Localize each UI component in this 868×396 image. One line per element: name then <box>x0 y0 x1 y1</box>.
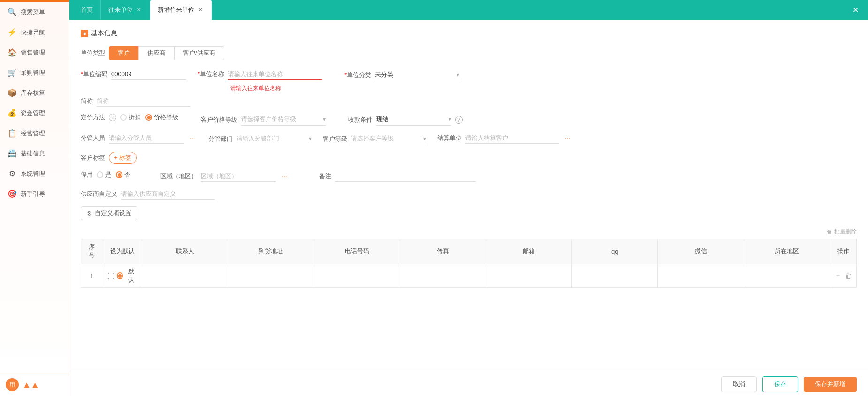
tab-partners-close[interactable]: ✕ <box>136 6 142 14</box>
region-cell-input[interactable] <box>749 272 825 280</box>
unit-category-select[interactable]: 未分类 ▾ <box>375 69 459 81</box>
region-more-button[interactable]: ··· <box>280 171 289 181</box>
address-input[interactable] <box>233 272 309 280</box>
sidebar-item-operations[interactable]: 📋 经营管理 <box>0 123 69 143</box>
manager-more-button[interactable]: ··· <box>188 133 197 143</box>
tab-partners[interactable]: 往来单位 ✕ <box>101 0 150 20</box>
help-icon[interactable]: ? <box>109 114 116 121</box>
department-select[interactable]: 请输入分管部门 ▾ <box>236 132 312 145</box>
supplier-custom-label: 供应商自定义 <box>81 190 117 198</box>
cell-qq[interactable] <box>572 264 658 288</box>
radio-grade-dot <box>145 114 152 121</box>
unit-category-label: *单位分类 <box>344 71 371 79</box>
contact-table: 序号 设为默认 联系人 到货地址 电话号码 传真 邮箱 qq 微信 所在地区 操… <box>81 239 857 288</box>
customer-price-level-group: 客户价格等级 请选择客户价格等级 ▾ <box>201 113 326 126</box>
radio-grade[interactable]: 价格等级 <box>145 113 178 122</box>
tab-home[interactable]: 首页 <box>73 0 101 20</box>
sidebar-item-sales[interactable]: 🏠 销售管理 <box>0 42 69 62</box>
type-btn-supplier[interactable]: 供应商 <box>138 46 174 60</box>
phone-input[interactable] <box>319 272 395 280</box>
payment-terms-select[interactable]: 现结 ▾ <box>376 113 451 126</box>
sidebar-item-system[interactable]: ⚙ 系统管理 <box>0 163 69 184</box>
unit-type-group: 单位类型 客户 供应商 客户/供应商 <box>81 46 224 60</box>
radio-discount[interactable]: 折扣 <box>120 113 141 122</box>
cell-fax[interactable] <box>400 264 486 288</box>
fax-input[interactable] <box>405 272 481 280</box>
col-wechat: 微信 <box>658 239 744 264</box>
cell-region[interactable] <box>744 264 830 288</box>
pricing-method-group: 定价方法 ? 折扣 价格等级 <box>81 113 178 122</box>
radio-yes[interactable]: 是 <box>97 171 111 179</box>
qq-input[interactable] <box>577 272 653 280</box>
row-default-radio[interactable]: 默认 <box>117 267 137 284</box>
cell-contact[interactable] <box>142 264 228 288</box>
cell-address[interactable] <box>228 264 314 288</box>
add-row-button[interactable]: ＋ <box>835 272 841 280</box>
tab-new-partner[interactable]: 新增往来单位 ✕ <box>150 0 212 20</box>
disable-label: 停用 <box>81 171 93 179</box>
payment-help-icon[interactable]: ? <box>455 116 463 124</box>
sidebar-item-quicknav[interactable]: ⚡ 快捷导航 <box>0 22 69 42</box>
radio-no[interactable]: 否 <box>116 171 130 179</box>
customer-price-level-label: 客户价格等级 <box>201 116 237 124</box>
radio-no-label: 否 <box>124 171 130 179</box>
radio-no-dot <box>116 171 122 178</box>
sidebar-item-purchase[interactable]: 🛒 采购管理 <box>0 62 69 83</box>
disable-radio-group: 是 否 <box>97 171 130 179</box>
gear-icon: ⚙ <box>87 210 92 217</box>
unit-name-input[interactable] <box>228 69 322 80</box>
cell-email[interactable] <box>486 264 571 288</box>
payment-terms-group: 收款条件 现结 ▾ ? <box>348 113 463 126</box>
table-header-row: 序号 设为默认 联系人 到货地址 电话号码 传真 邮箱 qq 微信 所在地区 操… <box>81 239 857 264</box>
sidebar-item-search[interactable]: 🔍 搜索菜单 <box>0 2 69 22</box>
contact-table-section: 🗑 批量删除 序号 设为默认 联系人 到货地址 电话号码 传真 邮箱 <box>81 228 857 288</box>
cancel-button[interactable]: 取消 <box>721 376 757 392</box>
settlement-unit-input[interactable] <box>465 132 559 144</box>
customer-price-level-select[interactable]: 请选择客户价格等级 ▾ <box>241 113 326 126</box>
remark-group: 备注 <box>319 171 476 182</box>
cell-wechat[interactable] <box>658 264 744 288</box>
save-button[interactable]: 保存 <box>762 376 798 392</box>
quicknav-icon: ⚡ <box>8 28 17 37</box>
save-new-button[interactable]: 保存并新增 <box>804 377 857 392</box>
cell-actions: ＋ 🗑 <box>830 264 856 288</box>
search-icon: 🔍 <box>8 8 17 16</box>
disable-group: 停用 是 否 <box>81 171 130 179</box>
department-group: 分管部门 请输入分管部门 ▾ <box>208 132 312 145</box>
supplier-custom-input[interactable] <box>121 188 215 200</box>
system-icon: ⚙ <box>8 169 17 178</box>
customer-level-label: 客户等级 <box>323 135 347 143</box>
delete-row-button[interactable]: 🗑 <box>845 272 852 280</box>
global-close-button[interactable]: ✕ <box>847 6 864 15</box>
manager-input[interactable] <box>109 132 184 144</box>
sidebar-item-basic[interactable]: 📇 基础信息 <box>0 143 69 163</box>
email-input[interactable] <box>491 272 567 280</box>
remark-input[interactable] <box>335 171 476 182</box>
customer-level-select[interactable]: 请选择客户等级 ▾ <box>351 132 426 145</box>
sidebar-item-label: 销售管理 <box>21 48 45 57</box>
sidebar-item-finance[interactable]: 💰 资金管理 <box>0 103 69 123</box>
operations-icon: 📋 <box>8 129 17 138</box>
row-checkbox[interactable] <box>108 273 114 279</box>
custom-settings-button[interactable]: ⚙ 自定义项设置 <box>81 206 137 220</box>
cell-phone[interactable] <box>314 264 400 288</box>
tab-new-partner-close[interactable]: ✕ <box>197 6 204 14</box>
type-btn-customer[interactable]: 客户 <box>109 46 138 60</box>
batch-delete-button[interactable]: 🗑 批量删除 <box>827 228 857 236</box>
settlement-more-button[interactable]: ··· <box>563 133 572 143</box>
short-name-input[interactable] <box>97 95 190 107</box>
sidebar-item-inventory[interactable]: 📦 库存核算 <box>0 83 69 103</box>
section-icon: ■ <box>81 30 88 37</box>
chevron-down-icon3: ▾ <box>449 116 451 123</box>
sidebar-item-label: 经营管理 <box>21 129 45 138</box>
col-qq: qq <box>572 239 658 264</box>
add-tag-button[interactable]: + 标签 <box>109 152 137 164</box>
sidebar-item-guide[interactable]: 🎯 新手引导 <box>0 184 69 204</box>
region-label: 区域（地区） <box>160 172 197 180</box>
delete-icon: 🗑 <box>827 229 832 235</box>
wechat-input[interactable] <box>662 272 739 280</box>
contact-input[interactable] <box>147 272 223 280</box>
region-input[interactable] <box>201 171 276 182</box>
row-actions: ＋ 🗑 <box>835 272 852 280</box>
type-btn-both[interactable]: 客户/供应商 <box>174 46 224 60</box>
